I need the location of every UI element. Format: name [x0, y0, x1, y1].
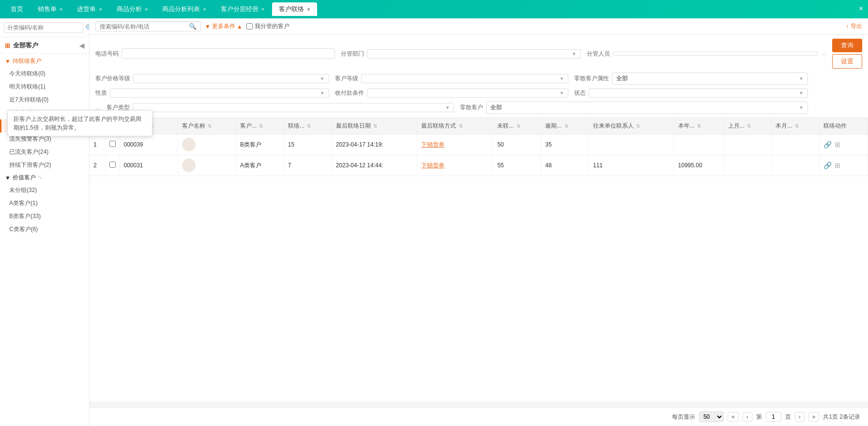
chevron-down-icon-dept: ▼: [572, 51, 577, 57]
chevron-down-icon-retail-attr: ▼: [799, 76, 804, 81]
sort-icon-name[interactable]: ⇅: [208, 123, 212, 129]
export-button[interactable]: ↑ 导出: [846, 22, 862, 30]
query-button[interactable]: 查询: [832, 39, 862, 52]
sidebar-item-churned[interactable]: 已流失客户(24): [0, 146, 89, 159]
gender-select[interactable]: ▼: [110, 88, 329, 98]
row2-code: 000031: [120, 155, 178, 176]
horizontal-scrollbar[interactable]: [90, 401, 868, 407]
sort-icon-associate[interactable]: ⇅: [636, 123, 640, 129]
tab-sales[interactable]: 销售单 ×: [31, 2, 69, 16]
row1-select[interactable]: [109, 141, 116, 147]
tooltip: 距客户上次交易时长，超过了此客户的平均交易周期的1.5倍，则视为异常。: [7, 110, 152, 136]
sort-icon-method[interactable]: ⇅: [459, 123, 463, 129]
chevron-down-icon-pay: ▼: [559, 90, 564, 96]
edit-icon[interactable]: ✎: [38, 175, 42, 181]
sort-icon-this-month[interactable]: ⇅: [795, 123, 799, 129]
staff-select[interactable]: [613, 52, 818, 56]
tab-customer-contact[interactable]: 客户联络 ×: [272, 2, 317, 16]
sort-icon-overdue[interactable]: ⇅: [564, 123, 568, 129]
total-label: 共1页 2条记录: [823, 413, 860, 421]
sidebar-search-input[interactable]: [4, 22, 83, 33]
filter-status: 状态 ▼: [574, 88, 808, 98]
dept-select[interactable]: ▼: [367, 49, 580, 59]
collapse-icon[interactable]: ◀: [79, 42, 84, 49]
filter-retail-customer: 零散客户 全部 ▼: [460, 102, 808, 114]
sort-icon-type[interactable]: ⇅: [259, 123, 263, 129]
action-link-icon[interactable]: 🔗: [823, 162, 832, 169]
prev-page-button[interactable]: ‹: [743, 412, 752, 422]
sidebar-item-today[interactable]: 今天待联络(0): [0, 67, 89, 80]
staff-more-icon[interactable]: ···: [821, 50, 826, 58]
sidebar-item-ungroup[interactable]: 未分组(32): [0, 184, 89, 197]
tab-home[interactable]: 首页: [4, 2, 30, 16]
value-group-title[interactable]: ▼ 价值客户 ✎: [0, 172, 89, 184]
filter-icon: ▼: [205, 23, 211, 30]
chevron-down-icon-value: ▼: [5, 175, 11, 181]
close-app-icon[interactable]: ×: [859, 4, 863, 13]
tab-product-analysis-list[interactable]: 商品分析列表 ×: [155, 2, 213, 16]
col-action: 联络动作: [820, 118, 868, 134]
retail-attr-select[interactable]: 全部 ▼: [612, 73, 808, 85]
action-link-icon[interactable]: 🔗: [823, 141, 832, 148]
table-row: 1 000039 B类客户 15 2023-04-17 14:19: 下销货单 …: [90, 134, 868, 155]
action-grid-icon[interactable]: ⊞: [835, 141, 840, 148]
close-tab-sales[interactable]: ×: [60, 6, 62, 12]
close-tab-product-analysis[interactable]: ×: [145, 6, 148, 12]
phone-input[interactable]: [122, 48, 335, 59]
status-select[interactable]: ▼: [589, 88, 808, 98]
tab-customer-tier[interactable]: 客户分层经营 ×: [214, 2, 271, 16]
close-tab-customer-contact[interactable]: ×: [307, 6, 310, 12]
chevron-down-icon-grade: ▼: [559, 76, 564, 81]
row2-checkbox: [105, 155, 120, 176]
sidebar-item-a-class[interactable]: A类客户(1): [0, 197, 89, 210]
sidebar-item-c-class[interactable]: C类客户(6): [0, 223, 89, 236]
retail-customer-select[interactable]: 全部 ▼: [486, 102, 808, 114]
pay-cond-select[interactable]: ▼: [367, 88, 569, 98]
row2-contact: 7: [284, 155, 332, 176]
page-number-input[interactable]: [766, 412, 781, 422]
row2-method: 下销货单: [417, 155, 493, 176]
search-input[interactable]: [100, 23, 187, 30]
last-page-button[interactable]: »: [808, 412, 820, 422]
row1-name: [178, 134, 236, 155]
sidebar-item-declining[interactable]: 持续下滑客户(2): [0, 159, 89, 172]
per-page-select[interactable]: 50 100 200: [699, 411, 724, 422]
sort-icon-uncontact[interactable]: ⇅: [517, 123, 520, 129]
all-customers-title[interactable]: ⊞ 全部客户 ◀: [0, 37, 89, 54]
search-icon[interactable]: 🔍: [189, 23, 197, 30]
filter-price-grade: 客户价格等级 ▼: [95, 74, 329, 83]
row2-type: A类客户: [236, 155, 284, 176]
row2-date: 2023-04-12 14:44:: [332, 155, 417, 176]
sidebar-item-7days[interactable]: 近7天待联络(0): [0, 93, 89, 106]
filter-actions: 查询 设置: [832, 39, 862, 69]
sidebar-item-tomorrow[interactable]: 明天待联络(1): [0, 80, 89, 93]
close-tab-customer-tier[interactable]: ×: [261, 6, 264, 12]
my-customer-checkbox[interactable]: [246, 23, 253, 29]
sort-icon-contact[interactable]: ⇅: [307, 123, 311, 129]
pending-group-title[interactable]: ▼ 待联络客户: [0, 54, 89, 67]
col-customer-type: 客户... ⇅: [236, 118, 284, 134]
customer-grade-select[interactable]: ▼: [361, 74, 569, 83]
sidebar-search-icon[interactable]: 🔍: [85, 24, 90, 31]
row2-associate: 111: [589, 155, 674, 176]
first-page-button[interactable]: «: [728, 412, 739, 422]
tab-product-analysis[interactable]: 商品分析 ×: [110, 2, 154, 16]
action-grid-icon[interactable]: ⊞: [835, 162, 840, 169]
table-footer: 每页显示 50 100 200 « ‹ 第 页 › » 共1页 2条记录: [90, 407, 868, 426]
sort-icon-date[interactable]: ⇅: [373, 123, 377, 129]
row2-select[interactable]: [109, 162, 116, 168]
more-conditions-button[interactable]: ▼ 更多条件 ▲: [205, 22, 243, 30]
sort-icon-this-year[interactable]: ⇅: [697, 123, 701, 129]
sort-icon-last-month[interactable]: ⇅: [747, 123, 751, 129]
col-last-contact-date: 最后联络日期 ⇅: [332, 118, 417, 134]
setting-button[interactable]: 设置: [832, 54, 862, 69]
price-grade-select[interactable]: ▼: [133, 74, 329, 83]
col-overdue: 逾期... ⇅: [541, 118, 589, 134]
customer-type-select[interactable]: ▼: [133, 103, 455, 112]
next-page-button[interactable]: ›: [795, 412, 805, 422]
close-tab-purchase[interactable]: ×: [99, 6, 102, 12]
tab-purchase[interactable]: 进货单 ×: [70, 2, 108, 16]
close-tab-product-analysis-list[interactable]: ×: [203, 6, 206, 12]
content-area: 🔍 ▼ 更多条件 ▲ 我分管的客户 ↑ 导出 电话号码: [90, 18, 868, 426]
sidebar-item-b-class[interactable]: B类客户(33): [0, 210, 89, 223]
